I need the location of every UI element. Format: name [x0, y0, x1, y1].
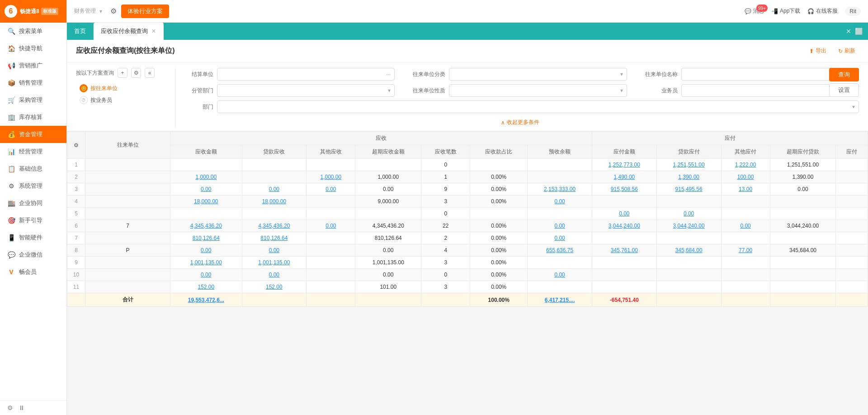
- solution-button[interactable]: 体验行业方案: [121, 5, 169, 18]
- row-yf-loan[interactable]: [656, 232, 721, 244]
- sidebar-item-wechat[interactable]: 💬 企业微信: [0, 246, 66, 263]
- row-ys-amt[interactable]: 810,126.64: [170, 232, 242, 244]
- cell-link[interactable]: 1,251,551.00: [673, 162, 705, 168]
- row-yf-amt[interactable]: 345,761.00: [592, 244, 657, 257]
- dept-select[interactable]: ▾: [217, 100, 859, 113]
- sidebar-item-member[interactable]: V 畅会员: [0, 263, 66, 281]
- row-ys-loan[interactable]: 0.00: [242, 244, 307, 257]
- th-settings[interactable]: ⚙: [67, 132, 85, 159]
- cell-link[interactable]: 655,636.75: [546, 247, 573, 253]
- row-ys-prepay[interactable]: 0.00: [528, 269, 592, 281]
- cell-link[interactable]: 915,495.56: [675, 186, 703, 192]
- row-yf-amt[interactable]: 915,508.56: [592, 183, 657, 196]
- row-yf-other[interactable]: 1,222.00: [721, 159, 770, 171]
- row-ys-amt[interactable]: [170, 208, 242, 220]
- row-yf-amt[interactable]: [592, 196, 657, 208]
- row-ys-amt[interactable]: 152.00: [170, 281, 242, 293]
- cell-link[interactable]: 3,044,240.00: [673, 223, 705, 229]
- cell-link[interactable]: 0.00: [684, 210, 694, 217]
- sidebar-item-marketing[interactable]: 📢 营销推广: [0, 57, 66, 74]
- topbar-app-download[interactable]: 📲 App下载: [771, 7, 800, 15]
- row-ys-prepay[interactable]: 0.00: [528, 232, 592, 244]
- row-yf-other[interactable]: 100.00: [721, 171, 770, 183]
- cell-link[interactable]: 915,508.56: [611, 186, 638, 192]
- row-ys-loan[interactable]: 4,345,436.20: [242, 220, 307, 232]
- row-ys-other[interactable]: [307, 244, 355, 257]
- row-yf-amt[interactable]: 0.00: [592, 208, 657, 220]
- row-ys-amt[interactable]: 4,345,436.20: [170, 220, 242, 232]
- cell-link[interactable]: 3,044,240.00: [609, 223, 640, 229]
- row-yf-loan[interactable]: [656, 257, 721, 269]
- row-yf-amt[interactable]: 1,490.00: [592, 171, 657, 183]
- partner-cat-select[interactable]: ▾: [449, 68, 627, 81]
- query-button[interactable]: 查询: [829, 68, 859, 81]
- row-ys-amt[interactable]: 1,000.00: [170, 171, 242, 183]
- row-ys-loan[interactable]: [242, 208, 307, 220]
- scheme-by-salesman[interactable]: ⏱ 按业务员: [76, 94, 170, 106]
- sidebar-item-guide[interactable]: 🎯 新手引导: [0, 212, 66, 229]
- cell-link[interactable]: 18,000.00: [262, 198, 286, 205]
- cell-link[interactable]: 1,390.00: [678, 174, 699, 180]
- topbar-service[interactable]: 🎧 在线客服: [807, 7, 838, 15]
- row-ys-loan[interactable]: 810,126.64: [242, 232, 307, 244]
- row-ys-other[interactable]: [307, 159, 355, 171]
- cell-link[interactable]: 0.00: [326, 223, 336, 229]
- sidebar-item-finance[interactable]: 💰 资金管理: [0, 126, 66, 143]
- cell-link[interactable]: 4,345,436.20: [258, 223, 290, 229]
- row-yf-other[interactable]: [721, 257, 770, 269]
- cell-link[interactable]: 0.00: [201, 186, 211, 192]
- topbar-message[interactable]: 💬 消息 99+: [745, 7, 764, 15]
- row-yf-other[interactable]: 0.00: [721, 220, 770, 232]
- row-ys-amt[interactable]: 0.00: [170, 244, 242, 257]
- row-ys-amt[interactable]: 0.00: [170, 183, 242, 196]
- topbar-gear-icon[interactable]: ⚙: [110, 7, 117, 15]
- row-yf-loan[interactable]: 3,044,240.00: [656, 220, 721, 232]
- edit-scheme-button[interactable]: ⚙: [131, 68, 141, 78]
- cell-link[interactable]: 0.00: [269, 272, 279, 278]
- cell-link[interactable]: 345,684.00: [675, 247, 703, 253]
- row-ys-prepay[interactable]: [528, 281, 592, 293]
- tab-close-all-icon[interactable]: ✕: [846, 28, 851, 35]
- cell-link[interactable]: 1,001,135.00: [190, 259, 222, 266]
- footer-ys-amt[interactable]: 19,553,472,6...: [170, 293, 242, 307]
- row-ys-amt[interactable]: 0.00: [170, 269, 242, 281]
- cell-link[interactable]: 345,761.00: [611, 247, 638, 253]
- collapse-scheme-button[interactable]: «: [145, 68, 155, 78]
- cell-link[interactable]: 0.00: [201, 247, 211, 253]
- cell-link[interactable]: 4,345,436.20: [190, 223, 222, 229]
- cell-link[interactable]: 2,153,333.00: [544, 186, 576, 192]
- row-ys-loan[interactable]: 0.00: [242, 269, 307, 281]
- row-yf-other[interactable]: [721, 208, 770, 220]
- row-yf-loan[interactable]: 345,684.00: [656, 244, 721, 257]
- sidebar-item-basic[interactable]: 📋 基础信息: [0, 160, 66, 177]
- row-yf-other[interactable]: 13.00: [721, 183, 770, 196]
- sidebar-item-purchase[interactable]: 🛒 采购管理: [0, 91, 66, 109]
- row-ys-amt[interactable]: 18,000.00: [170, 196, 242, 208]
- sidebar-item-hardware[interactable]: 📱 智能硬件: [0, 229, 66, 246]
- cell-link[interactable]: 1,000.00: [320, 174, 341, 180]
- cell-link[interactable]: 18,000.00: [194, 198, 218, 205]
- tab-maximize-icon[interactable]: ⬜: [855, 28, 863, 35]
- row-ys-other[interactable]: [307, 281, 355, 293]
- row-ys-amt[interactable]: 1,001,135.00: [170, 257, 242, 269]
- row-yf-loan[interactable]: 915,495.56: [656, 183, 721, 196]
- tab-home[interactable]: 首页: [67, 23, 94, 40]
- row-ys-loan[interactable]: 152.00: [242, 281, 307, 293]
- row-yf-loan[interactable]: 0.00: [656, 208, 721, 220]
- sidebar-settings-icon[interactable]: ⚙: [7, 404, 13, 411]
- row-yf-amt[interactable]: [592, 281, 657, 293]
- row-yf-loan[interactable]: [656, 269, 721, 281]
- row-yf-amt[interactable]: 1,252,773.00: [592, 159, 657, 171]
- cell-link[interactable]: 810,126.64: [260, 235, 288, 241]
- row-yf-loan[interactable]: 1,390.00: [656, 171, 721, 183]
- topbar-user[interactable]: Rit: [845, 7, 861, 16]
- export-button[interactable]: ⬆ 导出: [806, 45, 830, 57]
- sidebar-item-system[interactable]: ⚙ 系统管理: [0, 177, 66, 195]
- cell-link[interactable]: 0.00: [201, 272, 211, 278]
- tab-ar-ap[interactable]: 应收应付余额查询 ✕: [94, 23, 164, 40]
- row-yf-amt[interactable]: [592, 232, 657, 244]
- row-ys-other[interactable]: 0.00: [307, 183, 355, 196]
- cell-link[interactable]: 0.00: [740, 223, 750, 229]
- row-yf-amt[interactable]: [592, 257, 657, 269]
- cell-link[interactable]: 0.00: [326, 186, 336, 192]
